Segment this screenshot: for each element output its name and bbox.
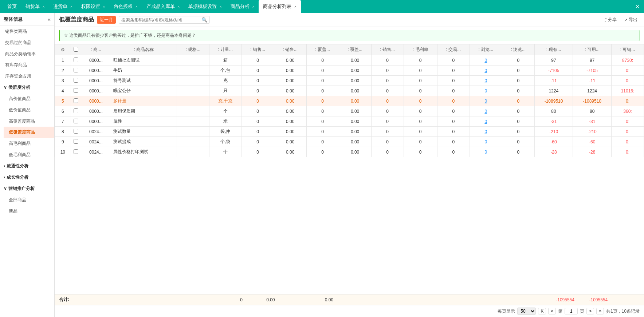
sidebar-item-stock-capital[interactable]: 库存资金占用	[0, 71, 54, 82]
main-container: 整体信息 « 销售类商品 交易过的商品 商品分类动销率 有库存商品 库存资金占用…	[0, 13, 644, 317]
row-checkbox[interactable]	[74, 88, 78, 93]
table-row: 10 0024... 属性价格打印测试 个 0 0.00 0 0.00 0 0 …	[55, 147, 644, 157]
date-filter-button[interactable]: 近一月	[97, 16, 116, 24]
nav-tab-permission[interactable]: 权限设置 ×	[77, 0, 109, 13]
sidebar-item-low-value[interactable]: 低价值商品	[4, 104, 54, 116]
sidebar-group-cluster[interactable]: ∨ 类群度分析	[0, 82, 54, 93]
row-checkbox-cell[interactable]	[71, 76, 81, 86]
row-checkbox[interactable]	[74, 149, 78, 154]
browse1-link[interactable]: 0	[484, 150, 487, 155]
sidebar-item-high-gross[interactable]: 高毛利商品	[4, 138, 54, 149]
row-browse1[interactable]: 0	[470, 66, 502, 76]
sidebar-item-traded-goods[interactable]: 交易过的商品	[0, 37, 54, 48]
row-checkbox-cell[interactable]	[71, 96, 81, 106]
sidebar-item-low-coverage[interactable]: 低覆盖度商品	[4, 127, 54, 138]
row-checkbox-cell[interactable]	[71, 137, 81, 147]
row-checkbox[interactable]	[74, 98, 78, 103]
row-checkbox-cell[interactable]	[71, 147, 81, 157]
nav-tab-warehouse[interactable]: 产成品入库单 ×	[142, 0, 184, 13]
search-input[interactable]	[121, 17, 201, 23]
browse1-link[interactable]: 0	[484, 129, 487, 134]
row-available: -7105	[573, 66, 612, 76]
row-checkbox[interactable]	[74, 108, 78, 113]
row-checkbox-cell[interactable]	[71, 127, 81, 137]
sidebar-collapse-button[interactable]: «	[48, 16, 51, 22]
col-settings[interactable]: ⚙	[55, 44, 71, 55]
nav-tab-template[interactable]: 单据模板设置 ×	[184, 0, 226, 13]
row-checkbox[interactable]	[74, 119, 78, 123]
nav-tab-analysis-list[interactable]: 商品分析列表 ×	[259, 0, 301, 13]
sidebar-item-all-goods[interactable]: 全部商品	[4, 194, 54, 206]
row-checkbox-cell[interactable]	[71, 86, 81, 96]
sidebar-item-new-goods[interactable]: 新品	[4, 206, 54, 217]
row-checkbox-cell[interactable]	[71, 116, 81, 127]
row-checkbox-cell[interactable]	[71, 66, 81, 76]
nav-tab-analysis[interactable]: 商品分析 ×	[226, 0, 259, 13]
browse1-link[interactable]: 0	[484, 58, 487, 63]
browse1-link[interactable]: 0	[484, 139, 487, 144]
row-browse1[interactable]: 0	[470, 96, 502, 106]
nav-close-analysis[interactable]: ×	[252, 5, 254, 9]
browse1-link[interactable]: 0	[484, 119, 487, 124]
row-checkbox[interactable]	[74, 68, 78, 72]
prev-page-button[interactable]: <	[548, 308, 556, 314]
nav-close-warehouse[interactable]: ×	[178, 5, 180, 9]
row-checkbox-cell[interactable]	[71, 55, 81, 66]
row-browse1[interactable]: 0	[470, 55, 502, 66]
sidebar-item-in-stock[interactable]: 有库存商品	[0, 59, 54, 71]
nav-close-analysis-list[interactable]: ×	[294, 5, 297, 9]
row-saleable: 11016:	[611, 86, 644, 96]
row-browse1[interactable]: 0	[470, 106, 502, 116]
nav-tab-role[interactable]: 角色授权 ×	[109, 0, 142, 13]
row-unit: 克	[209, 76, 242, 86]
row-checkbox-cell[interactable]	[71, 106, 81, 116]
nav-close-permission[interactable]: ×	[103, 5, 105, 9]
sidebar-item-low-gross[interactable]: 低毛利商品	[4, 149, 54, 161]
export-button[interactable]: ↗ 导出	[622, 16, 640, 24]
row-checkbox[interactable]	[74, 78, 78, 83]
nav-tab-home[interactable]: 首页	[3, 0, 21, 13]
table-container[interactable]: ⚙ : 商... : 商品名称 : 规格...	[55, 44, 644, 294]
select-all-checkbox[interactable]	[74, 47, 78, 52]
nav-close-role[interactable]: ×	[136, 5, 138, 9]
sidebar-group-growth[interactable]: › 成长性分析	[0, 172, 54, 183]
nav-tab-purchase[interactable]: 进货单 ×	[49, 0, 76, 13]
nav-close-template[interactable]: ×	[220, 5, 222, 9]
row-browse1[interactable]: 0	[470, 76, 502, 86]
sidebar-item-high-value[interactable]: 高价值商品	[4, 93, 54, 104]
nav-tab-sales[interactable]: 销货单 ×	[21, 0, 49, 13]
per-page-select[interactable]: 50 100 200	[517, 308, 536, 315]
first-page-button[interactable]: K	[538, 308, 546, 314]
browse1-link[interactable]: 0	[484, 88, 487, 94]
window-close-button[interactable]: ✕	[634, 3, 641, 10]
row-unit: 米	[209, 116, 242, 127]
sidebar-item-high-coverage[interactable]: 高覆盖度商品	[4, 116, 54, 127]
browse1-link[interactable]: 0	[484, 78, 487, 83]
sidebar-item-category-rate[interactable]: 商品分类动销率	[0, 48, 54, 60]
row-checkbox[interactable]	[74, 129, 78, 134]
browse1-link[interactable]: 0	[484, 109, 487, 114]
row-browse1[interactable]: 0	[470, 147, 502, 157]
row-checkbox[interactable]	[74, 58, 78, 62]
row-browse1[interactable]: 0	[470, 127, 502, 137]
row-checkbox[interactable]	[74, 139, 78, 144]
row-saleable: 0:	[611, 96, 644, 106]
row-browse1[interactable]: 0	[470, 137, 502, 147]
nav-close-purchase[interactable]: ×	[70, 5, 72, 9]
page-number-input[interactable]	[565, 308, 578, 314]
row-browse1[interactable]: 0	[470, 116, 502, 127]
browse1-link[interactable]: 0	[484, 99, 487, 104]
row-browse1[interactable]: 0	[470, 86, 502, 96]
nav-close-sales[interactable]: ×	[43, 5, 45, 9]
row-current-stock: 97	[534, 55, 573, 66]
sidebar-group-flow[interactable]: › 流通性分析	[0, 161, 54, 172]
share-button[interactable]: ⤴ 分享	[602, 16, 619, 24]
sidebar-group-marketing[interactable]: ∨ 营销推广分析	[0, 183, 54, 194]
sidebar-item-sales-goods[interactable]: 销售类商品	[0, 26, 54, 37]
row-spec	[177, 137, 209, 147]
browse1-link[interactable]: 0	[484, 68, 487, 73]
last-page-button[interactable]: »	[596, 308, 604, 314]
settings-icon[interactable]: ⚙	[61, 47, 65, 52]
row-spec	[177, 55, 209, 66]
next-page-button[interactable]: >	[586, 308, 594, 314]
